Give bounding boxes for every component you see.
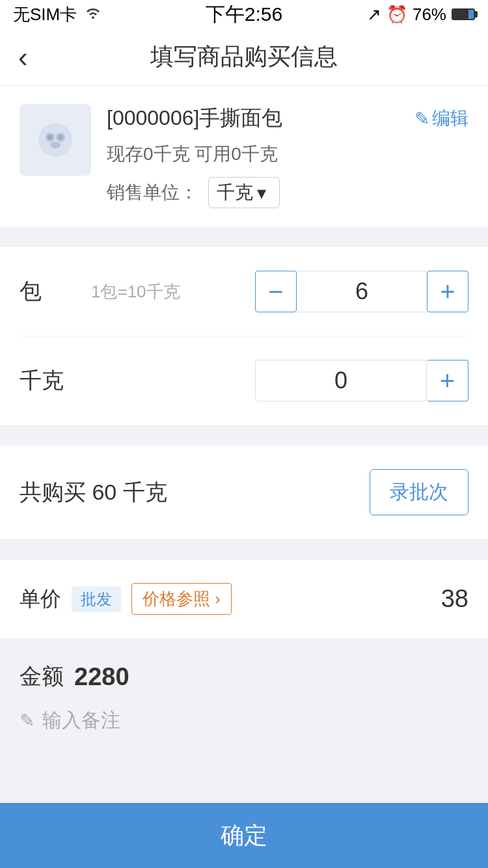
bag-label: 包: [20, 277, 85, 306]
separator-3: [0, 549, 488, 560]
svg-point-0: [38, 123, 72, 157]
svg-point-3: [47, 135, 53, 140]
wifi-icon: [83, 5, 103, 25]
price-value: 38: [441, 585, 468, 613]
price-type-tag: 批发: [72, 586, 121, 612]
product-name-row: [0000006]手撕面包 ✎ 编辑: [107, 104, 468, 133]
product-thumbnail: [20, 104, 91, 176]
bag-hint: 1包=10千克: [91, 280, 255, 303]
bag-quantity-input[interactable]: [297, 271, 427, 312]
carrier-text: 无SIM卡: [13, 3, 77, 26]
quantity-section: 包 1包=10千克 − + 千克 +: [0, 247, 488, 425]
svg-point-4: [58, 135, 63, 140]
bag-minus-button[interactable]: −: [255, 271, 297, 312]
amount-label: 金额: [20, 662, 64, 692]
page-title: 填写商品购买信息: [150, 41, 338, 73]
battery-text: 76%: [413, 5, 446, 25]
unit-value: 千克: [217, 180, 253, 205]
kg-controls: +: [255, 360, 468, 401]
remark-placeholder: 输入备注: [42, 707, 120, 734]
status-time: 下午2:56: [206, 1, 282, 28]
unit-select[interactable]: 千克 ▾: [208, 177, 280, 208]
product-card: [0000006]手撕面包 ✎ 编辑 现存0千克 可用0千克 销售单位： 千克 …: [0, 86, 488, 226]
nav-bar: ‹ 填写商品购买信息: [0, 29, 488, 86]
amount-value: 2280: [74, 663, 129, 691]
confirm-button[interactable]: 确定: [0, 803, 488, 868]
amount-section: 金额 2280 ✎ 输入备注: [0, 638, 488, 747]
back-button[interactable]: ‹: [18, 43, 28, 72]
separator-1: [0, 237, 488, 247]
status-right: ↗ ⏰ 76%: [367, 5, 475, 25]
kg-label: 千克: [20, 366, 85, 396]
kg-plus-button[interactable]: +: [427, 360, 468, 401]
bag-quantity-row: 包 1包=10千克 − +: [20, 247, 468, 336]
chevron-down-icon: ▾: [257, 182, 266, 204]
status-bar: 无SIM卡 下午2:56 ↗ ⏰ 76%: [0, 0, 488, 29]
edit-icon: ✎: [414, 108, 429, 129]
unit-label: 销售单位：: [107, 180, 198, 205]
total-section: 共购买 60 千克 录批次: [0, 446, 488, 539]
remark-edit-icon: ✎: [20, 710, 34, 731]
edit-label: 编辑: [432, 106, 468, 131]
svg-point-5: [50, 142, 61, 148]
battery-icon: [452, 8, 475, 20]
product-unit-row: 销售单位： 千克 ▾: [107, 177, 468, 208]
bag-plus-button[interactable]: +: [427, 271, 468, 312]
batch-button[interactable]: 录批次: [370, 469, 468, 515]
price-section: 单价 批发 价格参照 › 38: [0, 560, 488, 638]
separator-2: [0, 435, 488, 446]
remark-row[interactable]: ✎ 输入备注: [20, 707, 468, 734]
amount-row: 金额 2280: [20, 662, 468, 692]
kg-quantity-row: 千克 +: [20, 336, 468, 425]
location-icon: ↗: [367, 5, 381, 25]
kg-quantity-input[interactable]: [255, 360, 427, 401]
total-text: 共购买 60 千克: [20, 478, 167, 508]
alarm-icon: ⏰: [386, 5, 407, 25]
product-name: [0000006]手撕面包: [107, 104, 282, 133]
product-info: [0000006]手撕面包 ✎ 编辑 现存0千克 可用0千克 销售单位： 千克 …: [107, 104, 468, 208]
product-stock: 现存0千克 可用0千克: [107, 142, 468, 167]
price-reference-button[interactable]: 价格参照 ›: [131, 583, 232, 615]
status-left: 无SIM卡: [13, 3, 103, 26]
price-label: 单价: [20, 585, 61, 614]
bag-controls: − +: [255, 271, 468, 312]
edit-button[interactable]: ✎ 编辑: [414, 106, 468, 131]
